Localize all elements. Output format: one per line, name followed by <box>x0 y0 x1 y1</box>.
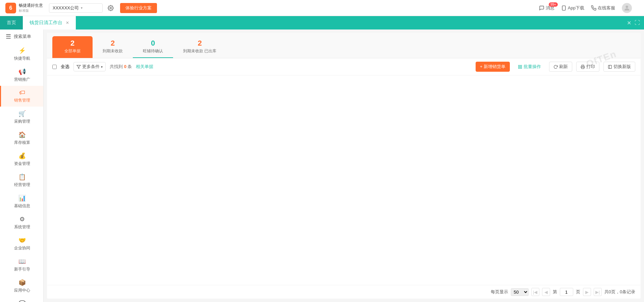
stat-label-all: 全部单据 <box>64 48 80 54</box>
stat-tab-overdue-shipped[interactable]: 2 到期未收款 已出库 <box>173 36 226 58</box>
operations-icon: 📋 <box>18 173 26 181</box>
page-next-btn[interactable]: ▶ <box>583 288 591 296</box>
batch-op-button[interactable]: 批量操作 <box>514 62 545 71</box>
stat-tab-all[interactable]: 2 全部单据 <box>52 36 93 58</box>
apps-icon: 📦 <box>18 279 26 286</box>
svg-point-0 <box>110 7 112 9</box>
tab-cashflow[interactable]: 钱货日清工作台 ✕ <box>23 16 76 29</box>
stats-tabs: 2 全部单据 2 到期未收款 0 旺辅待确认 2 到期未收款 已出库 <box>47 33 641 58</box>
sidebar-item-search-label: 搜索菜单 <box>14 34 31 40</box>
content-inner: 2 全部单据 2 到期未收款 0 旺辅待确认 2 到期未收款 已出库 <box>47 33 641 299</box>
chevron-down-icon: ▾ <box>81 6 83 10</box>
sidebar-item-system[interactable]: ⚙ 系统管理 <box>0 212 43 233</box>
switch-version-button[interactable]: 切换新版 <box>603 62 635 72</box>
chevron-down-icon: ▾ <box>101 65 103 69</box>
sidebar-item-system-label: 系统管理 <box>14 224 30 230</box>
batch-icon <box>518 65 522 69</box>
page-input[interactable] <box>560 288 573 296</box>
tab-home-label: 首页 <box>7 20 16 26</box>
select-all-checkbox[interactable] <box>52 65 57 69</box>
print-button[interactable]: 打印 <box>576 62 599 72</box>
user-avatar[interactable] <box>622 3 632 13</box>
sidebar: ☰ 搜索菜单 ⚡ 快捷导航 📢 营销推广 🏷 销售管理 🛒 采购管理 🏠 库存核… <box>0 29 44 302</box>
page-prev-btn[interactable]: ◀ <box>542 288 550 296</box>
online-service-label: 在线客服 <box>598 5 615 11</box>
app-title: 畅捷通好生意 标准版 <box>19 3 43 13</box>
sidebar-item-marketing[interactable]: 📢 营销推广 <box>0 65 43 86</box>
sidebar-item-operations[interactable]: 📋 经营管理 <box>0 170 43 191</box>
sidebar-item-basic-label: 基础信息 <box>14 203 30 209</box>
print-icon <box>581 65 585 69</box>
stat-tab-wangwang[interactable]: 0 旺辅待确认 <box>133 36 173 58</box>
sidebar-item-purchase-label: 采购管理 <box>14 119 30 124</box>
toolbar-right: + 新增销货单 批量操作 刷新 <box>476 62 635 72</box>
tab-close-icon[interactable]: ✕ <box>66 20 69 25</box>
sidebar-item-inventory-label: 库存核算 <box>14 140 30 145</box>
refresh-icon <box>553 65 558 69</box>
refresh-button[interactable]: 刷新 <box>549 62 572 72</box>
company-selector[interactable]: XXXXXX公司 ▾ <box>49 3 103 13</box>
message-badge: 99+ <box>549 2 558 7</box>
system-icon: ⚙ <box>19 216 25 223</box>
sidebar-item-sales[interactable]: 🏷 销售管理 <box>0 86 43 107</box>
stat-count-wangwang: 0 <box>151 39 155 48</box>
search-icon: ☰ <box>6 33 11 40</box>
svg-point-3 <box>626 5 628 8</box>
found-text: 共找到 0 条 <box>110 64 132 70</box>
toolbar: 全选 更多条件 ▾ 共找到 0 条 相关单据 + 新增销货单 <box>47 58 641 75</box>
add-sale-button[interactable]: + 新增销货单 <box>476 62 510 72</box>
tab-cashflow-label: 钱货日清工作台 <box>30 20 62 26</box>
related-order-link[interactable]: 相关单据 <box>136 64 153 70</box>
sidebar-item-quicknav[interactable]: ⚡ 快捷导航 <box>0 44 43 65</box>
page-first-btn[interactable]: |◀ <box>531 288 539 296</box>
page-last-btn[interactable]: ▶| <box>594 288 602 296</box>
purchase-icon: 🛒 <box>18 110 26 117</box>
filter-button[interactable]: 更多条件 ▾ <box>73 62 106 71</box>
pagination-bar: 每页显示 50 100 200 |◀ ◀ 第 页 ▶ ▶| 共0页，0条记录 <box>47 285 641 299</box>
svg-rect-10 <box>608 65 612 68</box>
sidebar-item-search[interactable]: ☰ 搜索菜单 <box>0 29 43 44</box>
sidebar-item-basic[interactable]: 📊 基础信息 <box>0 191 43 212</box>
sidebar-item-cooperation[interactable]: 🤝 企业协同 <box>0 233 43 254</box>
sidebar-item-marketing-label: 营销推广 <box>14 77 30 82</box>
wechat-icon: 💬 <box>18 300 26 302</box>
sidebar-item-finance[interactable]: 💰 资金管理 <box>0 149 43 170</box>
tab-expand-icon[interactable]: ⛶ <box>635 20 640 26</box>
sidebar-item-purchase[interactable]: 🛒 采购管理 <box>0 107 43 128</box>
switch-icon <box>608 65 612 69</box>
online-service-action[interactable]: 在线客服 <box>591 5 615 11</box>
content-area: 2 全部单据 2 到期未收款 0 旺辅待确认 2 到期未收款 已出库 <box>44 29 644 302</box>
sidebar-item-apps[interactable]: 📦 应用中心 <box>0 276 43 297</box>
tab-bar-right: ✕ ⛶ <box>627 20 644 26</box>
cooperation-icon: 🤝 <box>18 237 26 244</box>
tab-home[interactable]: 首页 <box>0 16 23 29</box>
quicknav-icon: ⚡ <box>18 47 26 54</box>
tab-minimize-icon[interactable]: ✕ <box>627 20 631 26</box>
app-download-label: App下载 <box>568 5 584 11</box>
filter-btn-label: 更多条件 <box>82 64 100 70</box>
per-page-select[interactable]: 50 100 200 <box>511 288 529 296</box>
stat-tab-overdue[interactable]: 2 到期未收款 <box>93 36 133 58</box>
marketing-icon: 📢 <box>18 68 26 75</box>
experience-btn[interactable]: 体验行业方案 <box>120 3 157 13</box>
sidebar-item-wechat[interactable]: 💬 企业微信 <box>0 297 43 302</box>
filter-icon <box>76 65 81 69</box>
app-download-action[interactable]: App下载 <box>561 5 584 11</box>
message-action[interactable]: 消息 99+ <box>539 5 554 11</box>
finance-icon: 💰 <box>18 152 26 160</box>
sidebar-item-guide[interactable]: 📖 新手引导 <box>0 254 43 276</box>
guide-icon: 📖 <box>18 258 26 265</box>
inventory-icon: 🏠 <box>18 131 26 138</box>
tab-bar: 首页 钱货日清工作台 ✕ ✕ ⛶ <box>0 16 644 29</box>
stat-label-overdue-shipped: 到期未收款 已出库 <box>183 48 216 54</box>
top-header: 6 畅捷通好生意 标准版 XXXXXX公司 ▾ 体验行业方案 消息 99+ <box>0 0 644 16</box>
table-area <box>47 75 641 285</box>
sidebar-item-inventory[interactable]: 🏠 库存核算 <box>0 128 43 149</box>
stat-label-wangwang: 旺辅待确认 <box>143 48 163 54</box>
main-layout: ☰ 搜索菜单 ⚡ 快捷导航 📢 营销推广 🏷 销售管理 🛒 采购管理 🏠 库存核… <box>0 29 644 302</box>
svg-rect-7 <box>521 67 522 68</box>
settings-button[interactable] <box>105 3 116 13</box>
sidebar-item-cooperation-label: 企业协同 <box>14 245 30 251</box>
svg-rect-8 <box>519 67 520 68</box>
select-all-label: 全选 <box>61 64 69 70</box>
